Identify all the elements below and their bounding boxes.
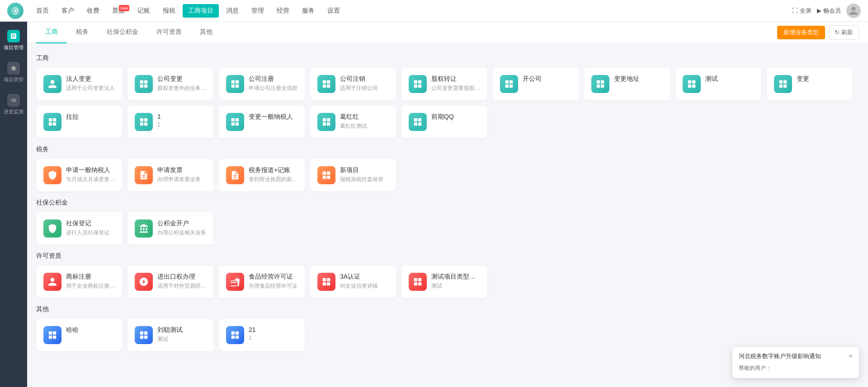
card-icon bbox=[226, 75, 244, 93]
cards-grid: 商标注册用于企业商标注册服务进出口权办理适用于对外贸易经营者食品经营许可证办理食… bbox=[36, 266, 859, 298]
nav-item-工商项目[interactable]: 工商项目 bbox=[183, 4, 219, 18]
notification-close-button[interactable]: × bbox=[849, 353, 853, 360]
svg-rect-72 bbox=[144, 336, 147, 339]
nav-item-设置[interactable]: 设置 bbox=[322, 4, 345, 18]
notification-title: 河北税务数字账户升级影响通知 bbox=[739, 352, 821, 360]
sidebar-item-progress-monitor[interactable]: 进度监测 bbox=[0, 89, 27, 120]
svg-rect-18 bbox=[509, 80, 513, 84]
fullscreen-icon: ⛶ bbox=[792, 7, 798, 14]
card-info: 哈哈 bbox=[66, 326, 115, 336]
tab-税务[interactable]: 税务 bbox=[67, 22, 98, 43]
svg-rect-14 bbox=[418, 80, 421, 84]
svg-rect-34 bbox=[53, 118, 56, 121]
fullscreen-btn[interactable]: ⛶ 全屏 bbox=[792, 7, 811, 15]
card-info: 前期QQ bbox=[431, 113, 480, 122]
svg-rect-6 bbox=[236, 80, 239, 84]
list-item[interactable]: 刘聪测试测试 bbox=[127, 319, 213, 351]
section-其他: 其他哈哈刘聪测试测试211 bbox=[36, 305, 859, 351]
card-title: 法人变更 bbox=[66, 75, 115, 83]
card-info: 新项目报税加税控盘保管 bbox=[340, 166, 389, 183]
list-item[interactable]: 公司注销适用于注销公司 bbox=[310, 68, 396, 100]
list-item[interactable]: 葛红红葛红红测试 bbox=[310, 106, 396, 138]
svg-rect-53 bbox=[323, 172, 326, 175]
card-desc: 适用于注销公司 bbox=[340, 84, 389, 92]
list-item[interactable]: 3A认证对企业信誉评级 bbox=[310, 266, 396, 298]
card-icon bbox=[500, 75, 518, 93]
list-item[interactable]: 公司注册申请公司注册全流程 bbox=[219, 68, 305, 100]
cards-grid: 申请一般纳税人当月或次月成变更完成申请发票办理申请发票业务税务报道+记账拿到营业… bbox=[36, 159, 859, 191]
svg-rect-60 bbox=[327, 282, 330, 285]
list-item[interactable]: 进出口权办理适用于对外贸易经营者 bbox=[127, 266, 213, 298]
list-item[interactable]: 哈哈 bbox=[36, 319, 122, 351]
nav-item-记账[interactable]: 记账 bbox=[132, 4, 156, 18]
card-title: 开公司 bbox=[523, 75, 571, 83]
nav-item-报税[interactable]: 报税 bbox=[157, 4, 181, 18]
tab-社保公积金[interactable]: 社保公积金 bbox=[98, 22, 147, 43]
card-desc: 测试 bbox=[431, 282, 480, 290]
nav-item-经营[interactable]: 经营 bbox=[271, 4, 295, 18]
nav-item-首页[interactable]: 首页 bbox=[31, 4, 54, 18]
tab-工商[interactable]: 工商 bbox=[36, 22, 67, 43]
svg-rect-59 bbox=[323, 282, 326, 285]
logo bbox=[7, 3, 24, 19]
list-item[interactable]: 社保登记进行人员社保登记 bbox=[36, 212, 122, 245]
list-item[interactable]: 商标注册用于企业商标注册服务 bbox=[36, 266, 122, 298]
list-item[interactable]: 法人变更适用于公司变更法人 bbox=[36, 68, 122, 100]
list-item[interactable]: 股权转让公司变更需要股权转让 bbox=[401, 68, 487, 100]
svg-rect-67 bbox=[49, 336, 52, 339]
svg-point-0 bbox=[14, 9, 17, 12]
nav-item-票据[interactable]: 票据new bbox=[107, 4, 130, 18]
list-item[interactable]: 测试 bbox=[675, 68, 761, 100]
card-desc: 测试 bbox=[157, 336, 206, 343]
card-icon bbox=[43, 219, 61, 238]
list-item[interactable]: 拉拉 bbox=[36, 106, 122, 138]
list-item[interactable]: 食品经营许可证办理食品经营许可证 bbox=[219, 266, 305, 298]
card-icon bbox=[409, 113, 427, 131]
list-item[interactable]: 211 bbox=[219, 319, 305, 351]
card-info: 申请发票办理申请发票业务 bbox=[157, 166, 206, 183]
tab-许可资质[interactable]: 许可资质 bbox=[147, 22, 191, 43]
nav-item-管理[interactable]: 管理 bbox=[246, 4, 269, 18]
nav-item-服务[interactable]: 服务 bbox=[297, 4, 320, 18]
card-title: 3A认证 bbox=[340, 273, 389, 281]
sidebar-item-project-management[interactable]: 项目管理 bbox=[0, 25, 27, 56]
svg-rect-43 bbox=[231, 122, 235, 126]
refresh-button[interactable]: ↻ 刷新 bbox=[829, 25, 859, 40]
svg-rect-28 bbox=[692, 84, 695, 88]
list-item[interactable]: 公司变更股权变更外的业务变更 bbox=[127, 68, 213, 100]
nav-item-客户[interactable]: 客户 bbox=[56, 4, 80, 18]
avatar[interactable] bbox=[846, 4, 861, 18]
vip-label: 畅会员 bbox=[823, 7, 841, 15]
card-desc: 办理申请发票业务 bbox=[157, 176, 206, 183]
vip-btn[interactable]: ▶ 畅会员 bbox=[817, 7, 841, 15]
nav-item-收费[interactable]: 收费 bbox=[81, 4, 105, 18]
svg-rect-62 bbox=[418, 278, 421, 281]
svg-rect-16 bbox=[418, 84, 421, 88]
list-item[interactable]: 前期QQ bbox=[401, 106, 487, 138]
card-icon bbox=[43, 326, 61, 344]
svg-rect-41 bbox=[231, 118, 235, 121]
svg-rect-25 bbox=[688, 80, 691, 84]
card-icon bbox=[683, 75, 701, 93]
card-title: 拉拉 bbox=[66, 113, 115, 121]
list-item[interactable]: 11 bbox=[127, 106, 213, 138]
list-item[interactable]: 公积金开户办理公积金相关业务 bbox=[127, 212, 213, 245]
list-item[interactable]: 申请发票办理申请发票业务 bbox=[127, 159, 213, 191]
card-icon bbox=[591, 75, 609, 93]
nav-item-消息[interactable]: 消息 bbox=[221, 4, 244, 18]
sidebar-item-project-type[interactable]: 项目类型 bbox=[0, 57, 27, 88]
list-item[interactable]: 新项目报税加税控盘保管 bbox=[310, 159, 396, 191]
svg-rect-4 bbox=[144, 84, 147, 88]
list-item[interactable]: 变更地址 bbox=[584, 68, 670, 100]
add-type-button[interactable]: 新增业务类型 bbox=[777, 26, 825, 39]
list-item[interactable]: 开公司 bbox=[493, 68, 579, 100]
list-item[interactable]: 税务报道+记账拿到营业执照的新公司 bbox=[219, 159, 305, 191]
svg-rect-55 bbox=[323, 176, 326, 179]
list-item[interactable]: 测试项目类型目定义测试 bbox=[401, 266, 487, 298]
list-item[interactable]: 申请一般纳税人当月或次月成变更完成 bbox=[36, 159, 122, 191]
list-item[interactable]: 变更一般纳税人 bbox=[219, 106, 305, 138]
list-item[interactable]: 变更 bbox=[767, 68, 853, 100]
tab-其他[interactable]: 其他 bbox=[191, 22, 222, 43]
svg-rect-9 bbox=[323, 80, 326, 84]
sidebar-label-project-management: 项目管理 bbox=[4, 44, 24, 51]
